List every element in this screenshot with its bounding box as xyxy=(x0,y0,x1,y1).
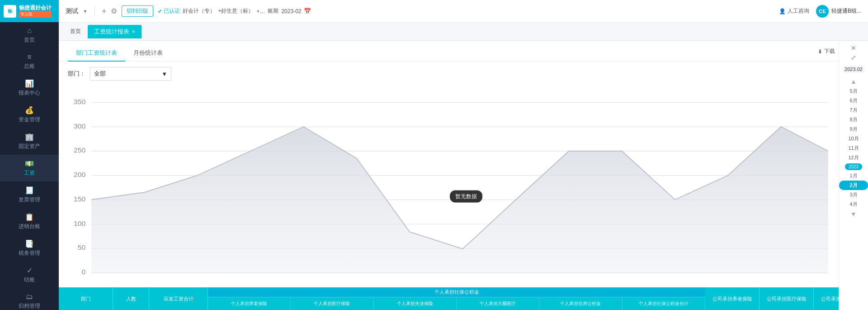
sidebar-item-checkout[interactable]: ✓ 结账 xyxy=(0,262,59,288)
badge-more: +… xyxy=(256,8,265,14)
right-date-panel: ✕ ⤢ 2023.02 ▲ 5月 6月 7月 8月 9月 10月 11月 12月… xyxy=(839,41,868,310)
chart-container: 0 50 100 150 200 250 300 350 xyxy=(68,91,834,283)
sidebar-item-invoice[interactable]: 🧾 发票管理 xyxy=(0,181,59,208)
sidebar-item-reports[interactable]: 📊 报表中心 xyxy=(0,75,59,101)
panel-close-icon[interactable]: ✕ xyxy=(851,44,856,52)
panel-month-8[interactable]: 8月 xyxy=(839,115,868,124)
service-button[interactable]: 👤 人工咨询 xyxy=(779,7,809,15)
sidebar-item-label: 归档管理 xyxy=(19,302,40,310)
header-separator-1 xyxy=(94,7,95,16)
panel-month-1[interactable]: 1月 xyxy=(839,171,868,181)
th-personal-total: 个人承担社保公积金合计 xyxy=(623,297,705,310)
select-chevron-icon: ▼ xyxy=(161,71,167,77)
panel-expand-icon[interactable]: ⤢ xyxy=(851,54,856,61)
th-department: 部门 xyxy=(59,287,113,310)
download-button[interactable]: ⬇ 下载 xyxy=(818,48,835,55)
panel-month-4[interactable]: 4月 xyxy=(839,200,868,209)
sidebar-item-label: 进销台账 xyxy=(19,223,40,230)
svg-text:150: 150 xyxy=(74,195,85,203)
th-personal-housing: 个人承担住房公积金 xyxy=(539,297,622,310)
panel-month-10[interactable]: 10月 xyxy=(839,134,868,143)
sidebar-item-label: 发票管理 xyxy=(19,196,40,204)
header-settings-icon[interactable]: ⚙ xyxy=(111,7,117,15)
sidebar-item-salary[interactable]: 💵 工资 xyxy=(0,155,59,181)
assets-icon: 🏢 xyxy=(25,133,34,141)
sidebar-item-label: 固定资产 xyxy=(19,143,40,150)
period-value: 2023-02 xyxy=(281,8,301,14)
panel-month-7[interactable]: 7月 xyxy=(839,105,868,115)
panel-current-date: 2023.02 xyxy=(842,66,865,73)
th-group-cells: 个人承担养老保险 个人承担医疗保险 个人承担失业保险 个人承担大额医疗 个人承担… xyxy=(208,297,705,310)
svg-text:100: 100 xyxy=(74,219,85,227)
download-icon: ⬇ xyxy=(818,48,822,55)
reports-icon: 📊 xyxy=(25,79,34,88)
svg-text:350: 350 xyxy=(74,98,85,105)
sidebar-item-funds[interactable]: 💰 资金管理 xyxy=(0,101,59,128)
department-filter-label: 部门： xyxy=(68,70,85,78)
tab-home[interactable]: 首页 xyxy=(66,25,85,38)
header-right: 👤 人工咨询 CE 轻捷通B组... xyxy=(779,5,861,18)
panel-month-2-active[interactable]: 2月 xyxy=(839,181,868,190)
panel-month-6[interactable]: 6月 xyxy=(839,96,868,105)
sidebar-item-label: 税务管理 xyxy=(19,249,40,257)
th-count: 人数 xyxy=(113,287,149,310)
th-group-header: 个人承担社保公积金 xyxy=(208,287,705,297)
sidebar-item-label: 资金管理 xyxy=(19,116,40,124)
switch-version-button[interactable]: 切到旧版 xyxy=(122,5,153,17)
company-dropdown-icon[interactable]: ▼ xyxy=(83,9,88,14)
avatar: CE xyxy=(816,5,829,18)
svg-text:50: 50 xyxy=(78,244,85,252)
panel-month-9[interactable]: 9月 xyxy=(839,124,868,134)
logo-icon: 畅 xyxy=(4,5,16,18)
user-name: 轻捷通B组... xyxy=(831,7,861,15)
tab-close-icon[interactable]: × xyxy=(132,29,135,35)
panel-up-icon[interactable]: ▲ xyxy=(850,78,857,85)
sidebar-item-label: 结账 xyxy=(24,276,35,284)
add-button[interactable]: + xyxy=(102,7,107,15)
tabs-bar: 首页 工资统计报表 × xyxy=(59,23,868,41)
sub-tab-department[interactable]: 部门工资统计表 xyxy=(68,45,125,62)
sidebar: 畅 畅捷通好会计 专业版 ⌂ 首页 ≡ 总账 📊 报表中心 💰 资金管理 🏢 固… xyxy=(0,0,59,310)
sidebar-item-label: 总账 xyxy=(24,62,35,70)
sub-tab-monthly[interactable]: 月份统计表 xyxy=(125,45,171,62)
invoice-icon: 🧾 xyxy=(25,186,34,195)
svg-text:0: 0 xyxy=(81,268,85,276)
th-group-personal-social: 个人承担社保公积金 个人承担养老保险 个人承担医疗保险 个人承担失业保险 个人承… xyxy=(208,287,705,310)
sub-tabs: 部门工资统计表 月份统计表 ⬇ 下载 ↻ 刷新 xyxy=(59,41,868,62)
th-personal-medical: 个人承担医疗保险 xyxy=(291,297,373,310)
panel-year-badge: 2023 xyxy=(845,163,862,170)
svg-text:300: 300 xyxy=(74,122,85,130)
period-label: 账期 xyxy=(268,7,278,15)
sales-icon: 📋 xyxy=(25,213,34,221)
sidebar-item-archive[interactable]: 🗂 归档管理 xyxy=(0,288,59,310)
th-total-salary: 应发工资合计 xyxy=(149,287,208,310)
logo-badge: 专业版 xyxy=(19,11,52,18)
calendar-icon[interactable]: 📅 xyxy=(304,8,311,14)
svg-text:250: 250 xyxy=(74,147,85,154)
sidebar-item-home[interactable]: ⌂ 首页 xyxy=(0,22,59,48)
table-header: 部门 人数 应发工资合计 个人承担社保公积金 个人承担养老保险 个人承担医疗保险… xyxy=(59,287,868,310)
panel-down-icon[interactable]: ▼ xyxy=(850,210,857,218)
th-company-medical: 公司承担医疗保险 xyxy=(760,287,814,310)
cert-icon: ✔ 已认证 xyxy=(158,7,180,15)
panel-month-11[interactable]: 11月 xyxy=(839,143,868,153)
sidebar-item-tax[interactable]: 📑 税务管理 xyxy=(0,235,59,262)
user-menu[interactable]: CE 轻捷通B组... xyxy=(816,5,861,18)
tab-salary-report[interactable]: 工资统计报表 × xyxy=(88,25,142,38)
company-name: 测试 xyxy=(66,7,78,15)
chart-wrapper: 0 50 100 150 200 250 300 350 xyxy=(59,86,868,287)
panel-month-12[interactable]: 12月 xyxy=(839,153,868,162)
badge-business: +好生意（标） xyxy=(218,7,254,15)
logo-title: 畅捷通好会计 xyxy=(19,5,52,11)
sidebar-item-assets[interactable]: 🏢 固定资产 xyxy=(0,128,59,155)
sidebar-item-label: 报表中心 xyxy=(19,89,40,97)
department-select[interactable]: 全部 ▼ xyxy=(90,67,171,81)
app-logo: 畅 畅捷通好会计 专业版 xyxy=(0,0,59,22)
content-area: 部门工资统计表 月份统计表 ⬇ 下载 ↻ 刷新 部门： 全部 ▼ xyxy=(59,41,868,310)
sidebar-item-ledger[interactable]: ≡ 总账 xyxy=(0,48,59,75)
main-area: 测试 ▼ + ⚙ 切到旧版 ✔ 已认证 好会计（专） +好生意（标） +… 账期… xyxy=(59,0,868,310)
th-company-pension: 公司承担养老保险 xyxy=(705,287,760,310)
sidebar-item-sales[interactable]: 📋 进销台账 xyxy=(0,208,59,235)
panel-month-3[interactable]: 3月 xyxy=(839,190,868,200)
panel-month-5[interactable]: 5月 xyxy=(839,86,868,96)
